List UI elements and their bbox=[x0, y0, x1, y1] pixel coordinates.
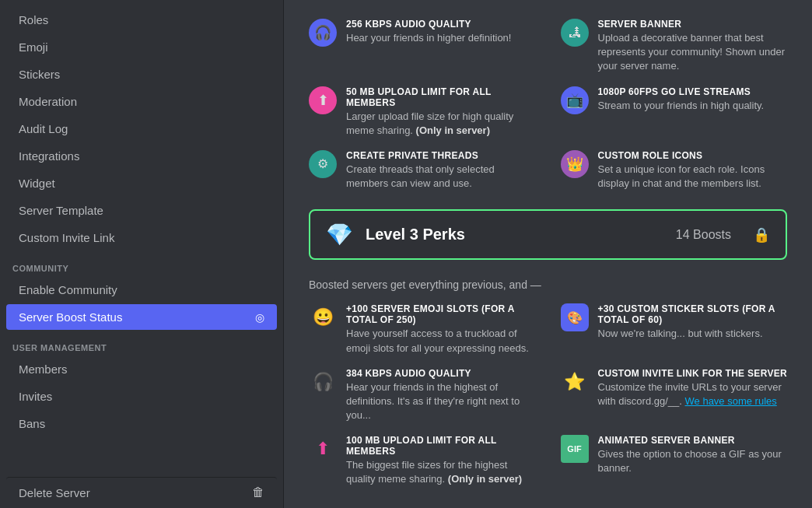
feature-emoji-slots-title: +100 SERVER EMOJI SLOTS (FOR A TOTAL OF … bbox=[346, 303, 536, 325]
feature-sticker-slots: 🎨 +30 CUSTOM STICKER SLOTS (FOR A TOTAL … bbox=[561, 303, 788, 355]
boost-icon: ◎ bbox=[255, 311, 264, 324]
feature-role-icons-desc: Set a unique icon for each role. Icons d… bbox=[598, 163, 788, 191]
bottom-features-grid: 😀 +100 SERVER EMOJI SLOTS (FOR A TOTAL O… bbox=[309, 303, 787, 486]
sidebar-item-custom-invite-link[interactable]: Custom Invite Link bbox=[6, 225, 277, 250]
feature-custom-invite: ⭐ CUSTOM INVITE LINK FOR THE SERVER Cust… bbox=[561, 368, 788, 423]
feature-sticker-slots-desc: Now we're talking... but with stickers. bbox=[598, 327, 788, 341]
sidebar: Roles Emoji Stickers Moderation Audit Lo… bbox=[0, 0, 284, 508]
headphones-icon: 🎧 bbox=[309, 19, 337, 47]
feature-256kbps-title: 256 KBPS AUDIO QUALITY bbox=[346, 19, 511, 30]
upload-icon: ⬆ bbox=[309, 86, 337, 114]
feature-private-threads-title: CREATE PRIVATE THREADS bbox=[346, 150, 536, 161]
audio-icon: 🎧 bbox=[309, 368, 337, 396]
feature-256kbps-desc: Hear your friends in higher definition! bbox=[346, 31, 511, 45]
feature-50mb: ⬆ 50 MB UPLOAD LIMIT FOR ALL MEMBERS Lar… bbox=[309, 86, 536, 138]
feature-100mb: ⬆ 100 MB UPLOAD LIMIT FOR ALL MEMBERS Th… bbox=[309, 435, 536, 486]
feature-50mb-title: 50 MB UPLOAD LIMIT FOR ALL MEMBERS bbox=[346, 86, 536, 108]
main-content: 🎧 256 KBPS AUDIO QUALITY Hear your frien… bbox=[284, 0, 812, 508]
level-icon: 💎 bbox=[326, 222, 353, 247]
feature-server-banner-desc: Upload a decorative banner that best rep… bbox=[598, 31, 788, 74]
sidebar-item-audit-log[interactable]: Audit Log bbox=[6, 116, 277, 142]
feature-animated-banner-title: ANIMATED SERVER BANNER bbox=[598, 435, 788, 446]
boosted-intro-text: Boosted servers get everything previous,… bbox=[309, 279, 787, 291]
feature-server-banner: 🏞 SERVER BANNER Upload a decorative bann… bbox=[561, 19, 788, 74]
feature-private-threads: ⚙ CREATE PRIVATE THREADS Create threads … bbox=[309, 150, 536, 191]
gif-icon: GIF bbox=[561, 435, 589, 463]
feature-50mb-desc: Larger upload file size for high quality… bbox=[346, 110, 536, 138]
feature-server-banner-title: SERVER BANNER bbox=[598, 19, 788, 30]
banner-icon: 🏞 bbox=[561, 19, 589, 47]
feature-animated-banner: GIF ANIMATED SERVER BANNER Gives the opt… bbox=[561, 435, 788, 486]
feature-sticker-slots-title: +30 CUSTOM STICKER SLOTS (FOR A TOTAL OF… bbox=[598, 303, 788, 325]
sidebar-item-moderation[interactable]: Moderation bbox=[6, 89, 277, 114]
sidebar-item-delete-server[interactable]: Delete Server 🗑 bbox=[6, 477, 277, 507]
user-management-section-header: USER MANAGEMENT bbox=[0, 331, 283, 356]
feature-emoji-slots: 😀 +100 SERVER EMOJI SLOTS (FOR A TOTAL O… bbox=[309, 303, 536, 355]
feature-1080p: 📺 1080P 60FPS GO LIVE STREAMS Stream to … bbox=[561, 86, 788, 138]
sidebar-item-server-template[interactable]: Server Template bbox=[6, 198, 277, 223]
feature-50mb-bold: (Only in server) bbox=[416, 124, 490, 136]
feature-animated-banner-desc: Gives the option to choose a GIF as your… bbox=[598, 447, 788, 475]
feature-100mb-desc: The biggest file sizes for the highest q… bbox=[346, 458, 536, 486]
feature-256kbps: 🎧 256 KBPS AUDIO QUALITY Hear your frien… bbox=[309, 19, 536, 74]
feature-384kbps-desc: Hear your friends in the highest of defi… bbox=[346, 380, 536, 423]
top-features-grid: 🎧 256 KBPS AUDIO QUALITY Hear your frien… bbox=[309, 19, 787, 191]
feature-100mb-title: 100 MB UPLOAD LIMIT FOR ALL MEMBERS bbox=[346, 435, 536, 457]
thread-icon: ⚙ bbox=[309, 150, 337, 178]
emoji-icon: 😀 bbox=[309, 303, 337, 331]
sidebar-item-stickers[interactable]: Stickers bbox=[6, 61, 277, 87]
feature-384kbps: 🎧 384 KBPS AUDIO QUALITY Hear your frien… bbox=[309, 368, 536, 423]
feature-role-icons: 👑 CUSTOM ROLE ICONS Set a unique icon fo… bbox=[561, 150, 788, 191]
feature-emoji-slots-desc: Have yourself access to a truckload of e… bbox=[346, 327, 536, 355]
feature-private-threads-desc: Create threads that only selected member… bbox=[346, 163, 536, 191]
feature-role-icons-title: CUSTOM ROLE ICONS bbox=[598, 150, 788, 161]
rules-link[interactable]: We have some rules bbox=[685, 395, 777, 407]
level-3-banner[interactable]: 💎 Level 3 Perks 14 Boosts 🔒 bbox=[309, 209, 787, 260]
feature-custom-invite-desc: Customize the invite URLs to your server… bbox=[598, 380, 788, 408]
sticker-icon: 🎨 bbox=[561, 303, 589, 331]
sidebar-item-widget[interactable]: Widget bbox=[6, 170, 277, 196]
feature-100mb-bold: (Only in server) bbox=[448, 473, 522, 485]
stream-icon: 📺 bbox=[561, 86, 589, 114]
feature-1080p-title: 1080P 60FPS GO LIVE STREAMS bbox=[598, 86, 765, 97]
level-banner-title: Level 3 Perks bbox=[366, 226, 663, 243]
sidebar-item-roles[interactable]: Roles bbox=[6, 7, 277, 33]
role-icon: 👑 bbox=[561, 150, 589, 178]
sidebar-item-enable-community[interactable]: Enable Community bbox=[6, 277, 277, 303]
sidebar-item-emoji[interactable]: Emoji bbox=[6, 34, 277, 60]
lock-icon: 🔒 bbox=[753, 226, 770, 243]
star-icon: ⭐ bbox=[561, 368, 589, 396]
sidebar-item-invites[interactable]: Invites bbox=[6, 384, 277, 409]
sidebar-item-server-boost-status[interactable]: Server Boost Status ◎ bbox=[6, 304, 277, 330]
feature-384kbps-title: 384 KBPS AUDIO QUALITY bbox=[346, 368, 536, 379]
feature-custom-invite-title: CUSTOM INVITE LINK FOR THE SERVER bbox=[598, 368, 788, 379]
sidebar-item-bans[interactable]: Bans bbox=[6, 411, 277, 436]
sidebar-item-integrations[interactable]: Integrations bbox=[6, 143, 277, 169]
level-banner-boosts: 14 Boosts bbox=[676, 228, 731, 242]
sidebar-item-members[interactable]: Members bbox=[6, 356, 277, 382]
community-section-header: COMMUNITY bbox=[0, 251, 283, 276]
trash-icon: 🗑 bbox=[252, 485, 264, 499]
upload-100mb-icon: ⬆ bbox=[309, 435, 337, 463]
feature-1080p-desc: Stream to your friends in high quality. bbox=[598, 99, 765, 113]
